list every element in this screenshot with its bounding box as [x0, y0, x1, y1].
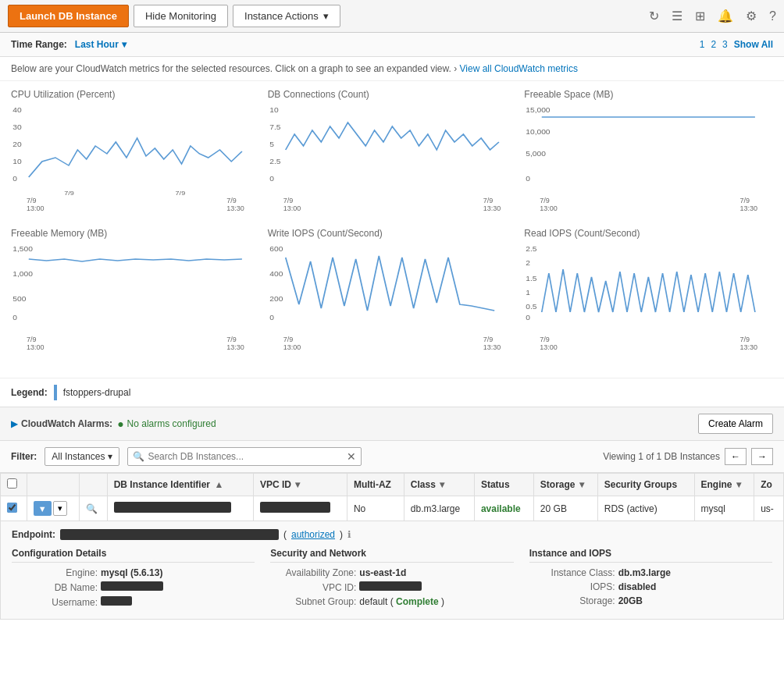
header-zone[interactable]: Zo [754, 474, 784, 496]
config-storage-row: Storage: 20GB [529, 595, 772, 606]
authorized-link[interactable]: authorized [291, 529, 335, 540]
time-range-bar: Time Range: Last Hour ▾ 1 2 3 Show All [0, 33, 784, 57]
db-connections-chart[interactable]: DB Connections (Count) 10 7.5 5 2.5 0 7/… [268, 89, 517, 212]
header-vpc-id[interactable]: VPC ID ▾ [253, 474, 347, 496]
config-iops-row: IOPS: disabled [529, 581, 772, 592]
config-az-val: us-east-1d [359, 567, 406, 578]
header-identifier[interactable]: DB Instance Identifier ▲ [107, 474, 253, 496]
row-zone-cell: us- [754, 496, 784, 521]
freeable-memory-chart[interactable]: Freeable Memory (MB) 1,500 1,000 500 0 7… [11, 228, 260, 351]
row-expand-button[interactable]: ▼ [34, 501, 52, 516]
info-icon[interactable]: ℹ [347, 529, 351, 540]
search-box: 🔍 ✕ [127, 447, 362, 466]
row-view-icon[interactable]: 🔍 [86, 503, 98, 514]
next-page-button[interactable]: → [751, 448, 773, 465]
no-alarms-text: No alarms configured [127, 418, 216, 429]
cpu-utilization-chart[interactable]: CPU Utilization (Percent) 40 30 20 10 0 … [11, 89, 260, 212]
config-az-key: Availability Zone: [270, 567, 356, 578]
config-username-val-redacted [101, 596, 132, 606]
prev-page-button[interactable]: ← [725, 448, 747, 465]
row-identifier-cell [107, 496, 253, 521]
page-3[interactable]: 3 [722, 39, 728, 50]
config-storage-val: 20GB [618, 595, 643, 606]
help-icon[interactable]: ? [769, 9, 776, 23]
instances-table: DB Instance Identifier ▲ VPC ID ▾ Multi-… [0, 473, 784, 620]
endpoint-value-redacted [60, 529, 279, 540]
header-class[interactable]: Class ▾ [404, 474, 474, 496]
row-dropdown-button[interactable]: ▾ [53, 501, 67, 516]
svg-text:1,500: 1,500 [12, 245, 33, 253]
show-all-pages[interactable]: Show All [734, 39, 773, 50]
config-username-key: Username: [12, 597, 98, 608]
legend-instance-name: fstoppers-drupal [63, 387, 131, 398]
subnet-complete-status: Complete [396, 596, 439, 607]
config-subnet-row: Subnet Group: default ( Complete ) [270, 596, 513, 607]
header-storage[interactable]: Storage ▾ [533, 474, 597, 496]
user-icon[interactable]: 🔔 [718, 9, 733, 23]
header-status[interactable]: Status [474, 474, 533, 496]
config-engine-row: Engine: mysql (5.6.13) [12, 567, 255, 578]
menu-icon[interactable]: ☰ [672, 9, 682, 23]
settings-icon[interactable]: ⚙ [746, 9, 757, 23]
chevron-down-icon: ▾ [323, 10, 329, 22]
svg-text:5: 5 [269, 140, 274, 148]
all-instances-selector[interactable]: All Instances ▾ [45, 447, 119, 466]
svg-text:2.5: 2.5 [526, 245, 537, 253]
instances-table-container: DB Instance Identifier ▲ VPC ID ▾ Multi-… [0, 473, 784, 620]
page-2[interactable]: 2 [711, 39, 716, 50]
endpoint-row: Endpoint: ( authorized ) ℹ [12, 529, 772, 540]
row-vpc-cell [253, 496, 347, 521]
search-input[interactable] [148, 451, 344, 462]
freeable-space-chart[interactable]: Freeable Space (MB) 15,000 10,000 5,000 … [524, 89, 773, 212]
svg-text:10: 10 [269, 106, 278, 114]
time-range-selector[interactable]: Last Hour ▾ [75, 39, 127, 50]
svg-text:40: 40 [12, 106, 21, 114]
hide-monitoring-button[interactable]: Hide Monitoring [134, 5, 228, 27]
header-engine[interactable]: Engine ▾ [694, 474, 754, 496]
search-clear-icon[interactable]: ✕ [347, 450, 356, 463]
grid-icon[interactable]: ⊞ [695, 9, 705, 23]
read-iops-chart[interactable]: Read IOPS (Count/Second) 2.5 2 1.5 1 0.5… [524, 228, 773, 351]
header-actions-col [79, 474, 107, 496]
vpc-id-redacted [260, 502, 330, 513]
header-multi-az[interactable]: Multi-AZ [347, 474, 404, 496]
endpoint-label: Endpoint: [12, 529, 55, 540]
refresh-icon[interactable]: ↻ [649, 9, 659, 23]
header-expand-col [27, 474, 79, 496]
config-dbname-val-redacted [101, 581, 163, 591]
create-alarm-button[interactable]: Create Alarm [698, 414, 773, 434]
config-sections: Configuration Details Engine: mysql (5.6… [12, 548, 772, 611]
configuration-details-section: Configuration Details Engine: mysql (5.6… [12, 548, 255, 611]
svg-text:0: 0 [526, 314, 531, 322]
svg-text:15,000: 15,000 [526, 106, 551, 114]
row-checkbox[interactable] [7, 503, 17, 513]
config-instance-class-row: Instance Class: db.m3.large [529, 567, 772, 578]
svg-text:0: 0 [269, 314, 274, 322]
time-range-pages: 1 2 3 Show All [700, 39, 773, 50]
table-row: ▼ ▾ 🔍 No db.m3.large available [1, 496, 784, 521]
legend-label-prefix: Legend: [11, 387, 48, 398]
view-all-cloudwatch-link[interactable]: View all CloudWatch metrics [460, 63, 578, 74]
filter-bar: Filter: All Instances ▾ 🔍 ✕ Viewing 1 of… [0, 441, 784, 473]
svg-text:7/9: 7/9 [176, 190, 186, 197]
config-engine-key: Engine: [12, 567, 98, 578]
select-all-checkbox[interactable] [7, 478, 17, 489]
svg-text:500: 500 [12, 295, 26, 303]
svg-text:1.5: 1.5 [526, 275, 537, 282]
time-range-label: Time Range: [11, 39, 67, 50]
svg-text:10,000: 10,000 [526, 128, 551, 136]
config-instance-class-val: db.m3.large [618, 567, 671, 578]
instance-actions-button[interactable]: Instance Actions ▾ [233, 5, 340, 27]
toolbar-icons: ↻ ☰ ⊞ 🔔 ⚙ ? [649, 9, 776, 23]
row-checkbox-cell [1, 496, 27, 521]
svg-text:20: 20 [12, 140, 21, 148]
page-1[interactable]: 1 [700, 39, 705, 50]
charts-row-1: CPU Utilization (Percent) 40 30 20 10 0 … [11, 89, 773, 212]
launch-db-instance-button[interactable]: Launch DB Instance [8, 5, 129, 27]
header-security-groups[interactable]: Security Groups [597, 474, 694, 496]
search-icon: 🔍 [133, 451, 144, 462]
svg-text:200: 200 [269, 295, 283, 303]
svg-text:2.5: 2.5 [269, 158, 280, 165]
charts-area: CPU Utilization (Percent) 40 30 20 10 0 … [0, 81, 784, 375]
write-iops-chart[interactable]: Write IOPS (Count/Second) 600 400 200 0 … [268, 228, 517, 351]
